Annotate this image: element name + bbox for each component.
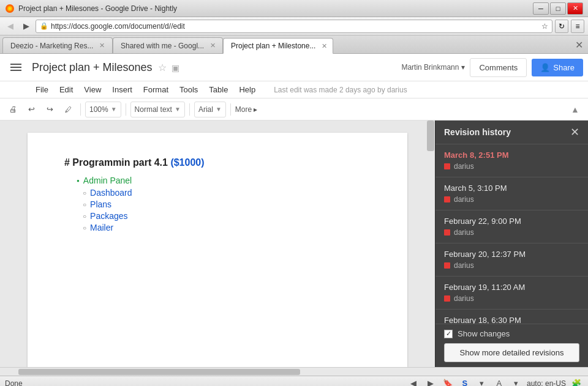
comments-button[interactable]: Comments [470, 58, 527, 77]
revision-item[interactable]: February 19, 11:20 AMdarius [435, 277, 588, 310]
user-info: Martin Brinkmann ▾ [401, 63, 465, 72]
status-right: ◀ ▶ 🔖 S ▾ A ▾ auto: en-US 🧩 [407, 377, 583, 387]
user-color-dot [444, 229, 450, 236]
sublist-item-mailer: ○ Mailer [83, 223, 371, 232]
more-button[interactable]: More ▸ [235, 105, 258, 114]
h-scroll-thumb[interactable] [18, 369, 300, 375]
revision-date: February 20, 12:37 PM [444, 250, 579, 259]
zoom-select[interactable]: 100% ▼ [85, 102, 121, 117]
status-scripty-caret[interactable]: ▾ [475, 377, 489, 387]
style-caret-icon: ▼ [175, 106, 181, 113]
revision-header: Revision history ✕ [435, 121, 588, 144]
refresh-button[interactable]: ↻ [555, 20, 568, 33]
user-caret-icon[interactable]: ▾ [461, 63, 465, 72]
tab-close-2[interactable]: ✕ [322, 42, 327, 50]
share-button[interactable]: 👤 Share [532, 59, 583, 76]
font-select[interactable]: Arial ▼ [194, 102, 226, 117]
revision-user-name: darius [454, 294, 474, 303]
doc-vertical-scrollbar[interactable] [426, 121, 435, 358]
revision-item[interactable]: February 18, 6:30 PMdarius [435, 310, 588, 324]
address-text: https://docs.google.com/document/d//edit [51, 22, 539, 31]
menu-view[interactable]: View [79, 83, 106, 97]
doc-content[interactable]: # Programmin part 4.1 ($1000) ● Admin Pa… [0, 121, 435, 367]
address-bar[interactable]: 🔒 https://docs.google.com/document/d//ed… [36, 20, 552, 33]
doc-scroll-thumb[interactable] [427, 121, 434, 151]
revision-user-name: darius [454, 162, 474, 171]
tab-deezio[interactable]: Deezio - Marketing Res... ✕ [2, 37, 113, 53]
tab-close-1[interactable]: ✕ [210, 42, 216, 50]
undo-button[interactable]: ↩ [23, 102, 39, 117]
revision-user-name: darius [454, 228, 474, 237]
menu-file[interactable]: File [31, 83, 53, 97]
status-lang-caret[interactable]: ▾ [510, 377, 523, 387]
list-item-admin: ● Admin Panel [77, 176, 371, 185]
tab-label: Shared with me - Googl... [121, 42, 204, 50]
revision-user: darius [444, 162, 579, 171]
collapse-toolbar-button[interactable]: ▲ [567, 102, 583, 117]
forward-button[interactable]: ▶ [20, 20, 33, 33]
separator-2 [126, 103, 126, 116]
status-nav-left[interactable]: ◀ [407, 377, 420, 387]
hamburger-line-3 [10, 70, 21, 71]
back-button[interactable]: ◀ [4, 20, 17, 33]
hamburger-menu-button[interactable] [5, 56, 27, 78]
doc-folder-icon[interactable]: ▣ [172, 63, 179, 73]
status-lang-icon[interactable]: A [492, 377, 506, 387]
bookmark-star-icon[interactable]: ☆ [541, 22, 548, 31]
revision-close-button[interactable]: ✕ [570, 127, 579, 138]
user-color-dot [444, 295, 450, 302]
sublist-item-text: Dashboard [90, 188, 132, 198]
menu-tools[interactable]: Tools [175, 83, 203, 97]
menu-help[interactable]: Help [234, 83, 260, 97]
browser-menu-button[interactable]: ≡ [571, 20, 584, 33]
doc-title[interactable]: Project plan + Milesones [32, 61, 153, 73]
revision-item[interactable]: March 5, 3:10 PMdarius [435, 177, 588, 210]
menu-edit[interactable]: Edit [55, 83, 78, 97]
status-scripty-icon[interactable]: S [458, 377, 472, 387]
maximize-button[interactable]: □ [550, 2, 566, 15]
horizontal-scrollbar[interactable] [0, 367, 588, 376]
tab-project-plan[interactable]: Project plan + Milestone... ✕ [223, 38, 333, 54]
user-color-dot [444, 262, 450, 269]
status-bookmark-icon[interactable]: 🔖 [441, 377, 454, 387]
doc-star-icon[interactable]: ☆ [158, 62, 167, 73]
style-value: Normal text [135, 105, 172, 114]
status-extension-icon[interactable]: 🧩 [570, 377, 583, 387]
print-button[interactable]: 🖨 [5, 102, 21, 117]
sub-bullet-icon: ○ [83, 201, 86, 208]
gdocs-toolbar: Project plan + Milesones ☆ ▣ Martin Brin… [0, 54, 588, 81]
minimize-button[interactable]: ─ [533, 2, 549, 15]
svg-point-2 [9, 7, 11, 10]
tab-close-0[interactable]: ✕ [99, 42, 105, 50]
tab-shared[interactable]: Shared with me - Googl... ✕ [113, 37, 223, 53]
paint-format-button[interactable]: 🖊 [60, 102, 76, 117]
doc-title-area: Project plan + Milesones ☆ ▣ [32, 61, 396, 74]
revision-user: darius [444, 228, 579, 237]
status-nav-right[interactable]: ▶ [424, 377, 437, 387]
style-select[interactable]: Normal text ▼ [130, 102, 185, 117]
menu-table[interactable]: Table [204, 83, 233, 97]
sublist-item-dashboard: ○ Dashboard [83, 188, 371, 198]
status-left: Done [5, 379, 23, 387]
status-bar: Done ◀ ▶ 🔖 S ▾ A ▾ auto: en-US 🧩 [0, 376, 588, 386]
sub-bullet-icon: ○ [83, 213, 86, 220]
browser-icon [5, 4, 15, 13]
user-name: Martin Brinkmann [401, 63, 459, 72]
tabs-end-close[interactable]: ✕ [575, 39, 583, 51]
lock-icon: 🔒 [40, 22, 48, 30]
separator-1 [80, 103, 81, 116]
show-changes-label[interactable]: Show changes [458, 329, 510, 338]
menu-format[interactable]: Format [138, 83, 173, 97]
sublist-item-plans: ○ Plans [83, 199, 371, 209]
redo-button[interactable]: ↪ [42, 102, 58, 117]
revision-item[interactable]: February 20, 12:37 PMdarius [435, 243, 588, 277]
close-window-button[interactable]: ✕ [567, 2, 583, 15]
menu-insert[interactable]: Insert [107, 83, 137, 97]
revision-list[interactable]: March 8, 2:51 PMdariusMarch 5, 3:10 PMda… [435, 144, 588, 324]
revision-date: February 22, 9:00 PM [444, 217, 579, 226]
show-detailed-revisions-button[interactable]: Show more detailed revisions [444, 343, 579, 362]
show-changes-checkbox[interactable]: ✓ [444, 330, 453, 338]
revision-item[interactable]: February 22, 9:00 PMdarius [435, 210, 588, 243]
revision-item[interactable]: March 8, 2:51 PMdarius [435, 144, 588, 177]
main-area: # Programmin part 4.1 ($1000) ● Admin Pa… [0, 121, 588, 367]
